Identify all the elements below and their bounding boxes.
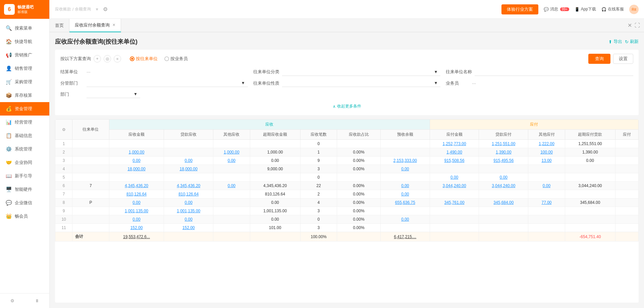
query-button[interactable]: 查询 (588, 54, 610, 64)
table-row: 11152.00152.00101.0030.00% (55, 224, 639, 232)
sidebar-item-member[interactable]: 👑 畅会员 (0, 210, 49, 223)
table-row: 8P0.000.000.0040.00%655,636.75345,761.00… (55, 199, 639, 207)
sidebar-item-inventory[interactable]: 📦 库存核算 (0, 89, 49, 102)
sidebar-item-system[interactable]: ⚙️ 系统管理 (0, 142, 49, 156)
partner-category-dropdown[interactable]: ▼ (282, 68, 441, 76)
member-icon: 👑 (5, 213, 12, 220)
tab-bar: 首页 应收应付余额查询 ✕ ✕ ⛶ (50, 19, 644, 32)
department-dropdown[interactable]: ▼ (87, 90, 140, 98)
filter-header: 按以下方案查询 + ◎ « 按往来单位 按业务员 查询 设置 (60, 54, 633, 64)
collapse-section: ∧ 收起更多条件 (60, 101, 633, 111)
user-avatar[interactable]: Rit (629, 5, 639, 14)
tab-ar-balance[interactable]: 应收应付余额查询 ✕ (69, 19, 121, 32)
th-partner: 往来单位 (72, 120, 109, 140)
sidebar-collapse-btn[interactable]: ⏸ (33, 296, 41, 305)
tab-expand-btn[interactable]: ⛶ (635, 23, 640, 29)
inventory-icon: 📦 (5, 92, 12, 99)
gear-icon[interactable]: ⚙ (103, 6, 108, 12)
sidebar-item-purchase[interactable]: 🛒 采购管理 (0, 75, 49, 89)
sidebar-item-wechat[interactable]: 💬 企业微信 (0, 196, 49, 210)
logo-icon: 6 (4, 4, 15, 15)
table-scroll-area[interactable]: ⚙ 往来单位 应收 应付 应收金额 贷款应收 其他应收 超期应收金额 应收笔数 (55, 119, 639, 303)
salesperson-input[interactable]: ··· (472, 81, 476, 86)
app-download-btn[interactable]: 📱 App下载 (575, 6, 596, 12)
table-row: 100.000.000.0000.00%0.00 (55, 215, 639, 224)
sidebar-item-hardware[interactable]: 🖥️ 智能硬件 (0, 183, 49, 196)
th-settings[interactable]: ⚙ (55, 120, 72, 140)
sidebar-item-search[interactable]: 🔍 搜索菜单 (0, 21, 49, 35)
sidebar-item-operation[interactable]: 📊 经营管理 (0, 116, 49, 129)
home-icon: 🏠 (5, 38, 12, 45)
th-ap-other: 其他应付 (528, 130, 565, 140)
refresh-button[interactable]: ↻ 刷新 (625, 39, 639, 45)
table-row: 7810,126.64810,126.64810,126.6420.00%0.0… (55, 190, 639, 199)
table-row: 101,252,773.001,251,551.001,222.001,251,… (55, 140, 639, 148)
tab-close-all-btn[interactable]: ✕ (628, 22, 632, 29)
filter-tab-partner[interactable]: 按往来单位 (126, 54, 161, 63)
filter-add-btn[interactable]: + (94, 55, 101, 62)
filter-row-3: 部门 ▼ (60, 90, 633, 98)
partner-name-input[interactable] (475, 68, 633, 76)
sidebar-item-collab[interactable]: 🤝 企业协同 (0, 156, 49, 169)
sidebar-item-finance[interactable]: 💰 资金管理 (0, 102, 49, 116)
table-row: 674,345,436.204,345,436.200.004,345,436.… (55, 182, 639, 190)
data-table: ⚙ 往来单位 应收 应付 应收金额 贷款应收 其他应收 超期应收金额 应收笔数 (55, 119, 639, 241)
operation-icon: 📊 (5, 119, 12, 126)
finance-icon: 💰 (5, 105, 12, 112)
online-service-btn[interactable]: 🎧 在线客服 (601, 6, 624, 12)
basic-icon: 📋 (5, 132, 12, 139)
filter-tabs: 按往来单位 按业务员 (126, 54, 191, 63)
filter-collapse-btn[interactable]: « (114, 55, 121, 62)
message-icon: 💬 (544, 7, 549, 12)
filter-rows: 结算单位 ··· 往来单位分类 ▼ 往来单位名称 (60, 68, 633, 111)
data-table-wrapper: ⚙ 往来单位 应收 应付 应收金额 贷款应收 其他应收 超期应收金额 应收笔数 (55, 119, 639, 303)
promo-button[interactable]: 体验行业方案 (501, 4, 538, 14)
tab-close-icon[interactable]: ✕ (112, 23, 115, 27)
logo-text: 畅捷通吧 标准版 (17, 5, 34, 14)
total-ap-overdue: -654,751.40 (565, 232, 615, 241)
field-settlement-unit: 结算单位 ··· (60, 69, 248, 75)
th-group-ar: 应收 (109, 120, 430, 130)
th-ar-prepaid: 预收余额 (380, 130, 430, 140)
setting-button[interactable]: 设置 (613, 54, 633, 64)
th-ap-loan: 贷款应付 (479, 130, 528, 140)
collapse-more-btn[interactable]: ∧ 收起更多条件 (331, 101, 363, 111)
partner-nature-dropdown[interactable]: ▼ (282, 79, 441, 87)
tab-home[interactable]: 首页 (50, 19, 69, 32)
message-btn[interactable]: 💬 消息 99+ (544, 6, 569, 12)
total-ar-amount[interactable]: 19,553,472.6... (109, 232, 164, 241)
sidebar-settings-btn[interactable]: ⚙ (8, 296, 16, 305)
sidebar-item-basic[interactable]: 📋 基础信息 (0, 129, 49, 142)
marketing-icon: 📢 (5, 52, 12, 58)
dept-manager-dropdown[interactable]: ▼ (87, 79, 248, 87)
sidebar-item-quicknav[interactable]: 🏠 快捷导航 (0, 35, 49, 48)
table-settings-icon[interactable]: ⚙ (62, 127, 66, 132)
th-ap-overdue: 超期应付货款 (565, 130, 615, 140)
top-header: 应收账款 / 余额查询 ▼ ⚙ 体验行业方案 💬 消息 99+ 📱 App下载 … (50, 0, 644, 19)
radio-partner (130, 56, 135, 61)
sidebar-logo: 6 畅捷通吧 标准版 (0, 0, 49, 19)
collab-icon: 🤝 (5, 159, 12, 166)
wechat-icon: 💬 (5, 200, 12, 206)
field-department: 部门 ▼ (60, 90, 161, 98)
guide-icon: 📖 (5, 173, 12, 179)
sidebar-bottom: ⚙ ⏸ (0, 293, 49, 308)
filter-tab-salesperson[interactable]: 按业务员 (161, 54, 191, 63)
field-partner-nature: 往来单位性质 ▼ (253, 79, 441, 87)
settlement-unit-input[interactable]: ··· (87, 69, 91, 75)
service-icon: 🎧 (601, 7, 606, 12)
sidebar-item-guide[interactable]: 📖 新手引导 (0, 169, 49, 183)
filter-row-2: 分管部门 ▼ 往来单位性质 ▼ 业务员 (60, 79, 633, 87)
th-ar-loan: 贷款应收 (164, 130, 213, 140)
sidebar: 6 畅捷通吧 标准版 🔍 搜索菜单 🏠 快捷导航 📢 营销推广 👤 销售管理 🛒… (0, 0, 50, 308)
sidebar-item-marketing[interactable]: 📢 营销推广 (0, 48, 49, 62)
page-actions: ⬆ 导出 ↻ 刷新 (608, 39, 639, 45)
sales-icon: 👤 (5, 65, 12, 72)
table-row: 500.000.00 (55, 173, 639, 182)
export-button[interactable]: ⬆ 导出 (608, 39, 622, 45)
total-ar-prepaid[interactable]: 6,417,215.... (380, 232, 430, 241)
header-icons: 体验行业方案 💬 消息 99+ 📱 App下载 🎧 在线客服 Rit (501, 4, 639, 14)
sidebar-item-sales[interactable]: 👤 销售管理 (0, 62, 49, 75)
filter-settings-btn[interactable]: ◎ (104, 55, 111, 62)
th-ap-rest: 应付 (615, 130, 638, 140)
